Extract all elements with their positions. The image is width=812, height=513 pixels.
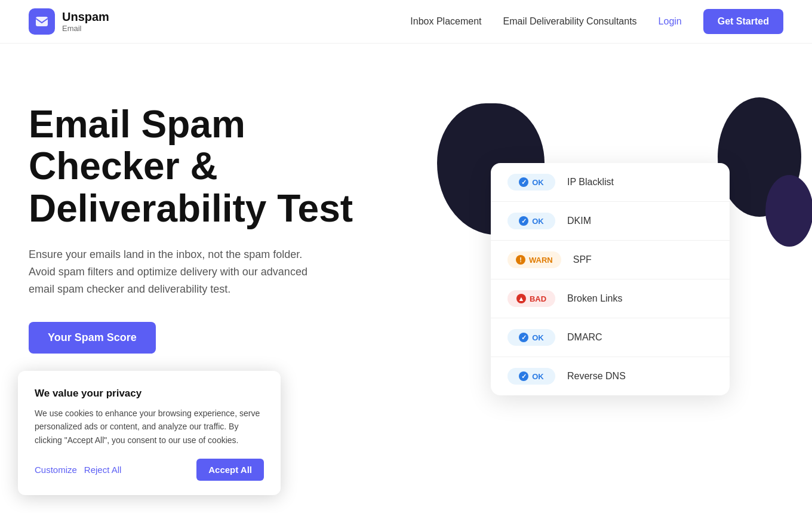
reject-all-button[interactable]: Reject All [84,462,122,477]
check-label: DMARC [567,332,602,343]
spam-score-button[interactable]: Your Spam Score [29,322,156,354]
card-row: ✓ OK DMARC [491,318,730,357]
nav-consultants[interactable]: Email Deliverability Consultants [503,16,637,27]
badge-label: OK [532,217,544,226]
brand-sub: Email [62,24,109,33]
nav-inbox-placement[interactable]: Inbox Placement [410,16,481,27]
status-badge: ! WARN [508,251,561,268]
cookie-title: We value your privacy [35,388,264,400]
decorative-shape-right-bottom [765,175,812,247]
header: Unspam Email Inbox Placement Email Deliv… [0,0,812,44]
brand-name: Unspam [62,10,109,24]
badge-icon: ✓ [519,216,528,226]
svg-rect-0 [36,17,48,26]
logo-area: Unspam Email [29,8,109,35]
hero-illustration: ✓ OK IP Blacklist ✓ OK DKIM ! WARN SPF ▲… [473,91,783,450]
deliverability-card: ✓ OK IP Blacklist ✓ OK DKIM ! WARN SPF ▲… [491,163,730,395]
cookie-banner: We value your privacy We use cookies to … [18,371,281,495]
status-badge: ▲ BAD [508,290,555,307]
logo-icon [29,8,55,35]
card-row: ! WARN SPF [491,241,730,279]
get-started-button[interactable]: Get Started [703,9,783,34]
main-nav: Inbox Placement Email Deliverability Con… [410,9,783,34]
card-row: ✓ OK DKIM [491,202,730,241]
badge-icon: ! [516,255,525,265]
customize-button[interactable]: Customize [35,462,77,477]
card-row: ✓ OK IP Blacklist [491,163,730,202]
accept-all-button[interactable]: Accept All [196,459,264,481]
badge-label: OK [532,333,544,342]
status-badge: ✓ OK [508,213,555,229]
status-badge: ✓ OK [508,368,555,385]
badge-label: OK [532,178,544,187]
cookie-text: We use cookies to enhance your browsing … [35,407,264,447]
status-badge: ✓ OK [508,329,555,346]
cookie-buttons: Customize Reject All Accept All [35,459,264,481]
hero-left: Email Spam Checker & Deliverability Test… [29,91,363,354]
card-row: ✓ OK Reverse DNS [491,357,730,395]
badge-icon: ✓ [519,333,528,342]
badge-icon: ✓ [519,371,528,381]
check-label: IP Blacklist [567,177,614,188]
logo-text: Unspam Email [62,10,109,33]
badge-icon: ▲ [516,294,526,303]
check-label: DKIM [567,216,591,226]
badge-label: BAD [530,294,546,303]
badge-label: OK [532,372,544,381]
hero-title: Email Spam Checker & Deliverability Test [29,103,363,229]
check-label: SPF [573,254,592,265]
card-row: ▲ BAD Broken Links [491,279,730,318]
badge-label: WARN [529,256,553,265]
hero-subtitle: Ensure your emails land in the inbox, no… [29,246,327,297]
status-badge: ✓ OK [508,174,555,191]
check-label: Broken Links [567,293,623,304]
check-label: Reverse DNS [567,371,626,382]
nav-login[interactable]: Login [659,16,682,27]
badge-icon: ✓ [519,177,528,187]
